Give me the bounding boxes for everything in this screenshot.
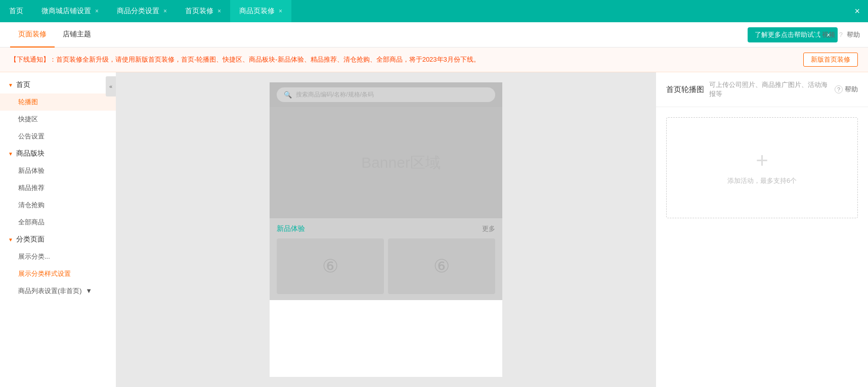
sidebar: « ▼ 首页 轮播图 快捷区 公告设置 ▼ 商品版块 新品体验 bbox=[0, 72, 116, 387]
help-banner-text: 了解更多点击帮助试试 bbox=[755, 30, 820, 39]
arrow-category: ▼ bbox=[8, 237, 13, 243]
sidebar-section-products[interactable]: ▼ 商品版块 bbox=[0, 145, 116, 162]
plus-icon: + bbox=[756, 150, 768, 171]
help-question-icon: ? bbox=[839, 31, 843, 38]
right-help-label: 帮助 bbox=[845, 85, 858, 94]
tab-close-store-settings[interactable]: × bbox=[95, 8, 99, 15]
close-all-tabs[interactable]: × bbox=[854, 6, 860, 17]
product-card-1: ⑥ bbox=[277, 238, 384, 294]
add-banner-text: 添加活动，最多支持6个 bbox=[727, 176, 797, 185]
phone-preview: 🔍 搜索商品编码/名称/规格/条码 ⑥ Banner区域 新品体验 更多 bbox=[270, 82, 502, 377]
search-placeholder: 搜索商品编码/名称/规格/条码 bbox=[296, 90, 374, 99]
expand-icon: ▼ bbox=[85, 287, 92, 295]
tab-close-home-decor[interactable]: × bbox=[218, 8, 221, 15]
video-dot bbox=[814, 33, 818, 37]
sidebar-item-category-style[interactable]: 展示分类样式设置 bbox=[0, 265, 116, 282]
product-card-2: ⑥ bbox=[388, 238, 495, 294]
product-section-more: 更多 bbox=[482, 224, 495, 233]
notice-text: 【下线通知】：首页装修全新升级，请使用新版首页装修，首页-轮播图、快捷区、商品板… bbox=[10, 55, 797, 64]
tab-home-decor[interactable]: 首页装修 × bbox=[176, 0, 230, 22]
tab-store-settings[interactable]: 微商城店铺设置 × bbox=[32, 0, 108, 22]
right-panel-content: + 添加活动，最多支持6个 bbox=[656, 107, 868, 387]
tab-close-category-settings[interactable]: × bbox=[163, 8, 167, 15]
product-icon-1: ⑥ bbox=[322, 256, 338, 277]
sidebar-item-product-list-settings[interactable]: 商品列表设置(非首页) ▼ bbox=[0, 282, 116, 300]
preview-banner[interactable]: ⑥ Banner区域 bbox=[270, 107, 502, 218]
sidebar-item-slideshow[interactable]: 轮播图 bbox=[0, 93, 116, 111]
product-grid: ⑥ ⑥ bbox=[277, 238, 495, 294]
preview-search-box: 🔍 搜索商品编码/名称/规格/条码 bbox=[277, 87, 495, 102]
sidebar-item-all-products[interactable]: 全部商品 bbox=[0, 214, 116, 231]
sidebar-item-shortcut[interactable]: 快捷区 bbox=[0, 111, 116, 128]
banner-icon: ⑥ bbox=[331, 148, 355, 178]
right-panel-header: 首页轮播图 可上传公司照片、商品推广图片、活动海报等 ? 帮助 bbox=[656, 72, 868, 107]
product-section-header: 新品体验 更多 bbox=[277, 224, 495, 233]
product-section-title: 新品体验 bbox=[277, 224, 305, 233]
content-area: « ▼ 首页 轮播图 快捷区 公告设置 ▼ 商品版块 新品体验 bbox=[0, 72, 868, 387]
right-panel-title: 首页轮播图 bbox=[666, 85, 704, 94]
banner-text: ⑥ Banner区域 bbox=[331, 148, 441, 178]
tab-store-theme[interactable]: 店铺主题 bbox=[55, 22, 99, 47]
preview-product-section: 新品体验 更多 ⑥ ⑥ bbox=[270, 218, 502, 300]
center-preview: 🔍 搜索商品编码/名称/规格/条码 ⑥ Banner区域 新品体验 更多 bbox=[116, 72, 656, 387]
video-label[interactable]: 视频 bbox=[822, 30, 835, 39]
sidebar-item-notice[interactable]: 公告设置 bbox=[0, 128, 116, 145]
right-panel: 首页轮播图 可上传公司照片、商品推广图片、活动海报等 ? 帮助 + 添加活动，最… bbox=[656, 72, 868, 387]
sidebar-section-category[interactable]: ▼ 分类页面 bbox=[0, 231, 116, 248]
sidebar-item-clearance[interactable]: 清仓抢购 bbox=[0, 197, 116, 214]
preview-search-bar: 🔍 搜索商品编码/名称/规格/条码 bbox=[270, 82, 502, 107]
help-circle-icon: ? bbox=[835, 85, 843, 93]
arrow-home: ▼ bbox=[8, 82, 13, 88]
right-help-button[interactable]: ? 帮助 bbox=[835, 85, 858, 94]
sidebar-section-home[interactable]: ▼ 首页 bbox=[0, 76, 116, 93]
sidebar-item-premium[interactable]: 精品推荐 bbox=[0, 179, 116, 197]
tab-home[interactable]: 首页 bbox=[0, 0, 32, 22]
product-icon-2: ⑥ bbox=[433, 256, 450, 277]
tab-product-decor[interactable]: 商品页装修 × bbox=[230, 0, 291, 22]
tab-page-decor[interactable]: 页面装修 bbox=[10, 22, 55, 47]
notice-bar: 【下线通知】：首页装修全新升级，请使用新版首页装修，首页-轮播图、快捷区、商品板… bbox=[0, 47, 868, 72]
tab-bar: 首页 微商城店铺设置 × 商品分类设置 × 首页装修 × 商品页装修 × × bbox=[0, 0, 868, 22]
tab-category-settings[interactable]: 商品分类设置 × bbox=[108, 0, 176, 22]
add-banner-box[interactable]: + 添加活动，最多支持6个 bbox=[666, 117, 858, 218]
secondary-tabs: 页面装修 店铺主题 了解更多点击帮助试试 × 视频 ? 帮助 bbox=[0, 22, 868, 47]
help-label[interactable]: 帮助 bbox=[847, 30, 860, 39]
main-wrapper: 页面装修 店铺主题 了解更多点击帮助试试 × 视频 ? 帮助 【下线通知】：首页… bbox=[0, 22, 868, 387]
new-home-decor-button[interactable]: 新版首页装修 bbox=[803, 53, 858, 67]
right-panel-subtitle: 可上传公司照片、商品推广图片、活动海报等 bbox=[709, 80, 830, 99]
arrow-products: ▼ bbox=[8, 151, 13, 157]
sidebar-collapse-button[interactable]: « bbox=[106, 76, 116, 96]
video-help-area: 视频 ? 帮助 bbox=[814, 30, 860, 39]
sidebar-item-show-category[interactable]: 展示分类... bbox=[0, 248, 116, 265]
tab-close-product-decor[interactable]: × bbox=[279, 8, 282, 15]
search-icon: 🔍 bbox=[284, 91, 292, 99]
sidebar-item-new-experience[interactable]: 新品体验 bbox=[0, 162, 116, 179]
